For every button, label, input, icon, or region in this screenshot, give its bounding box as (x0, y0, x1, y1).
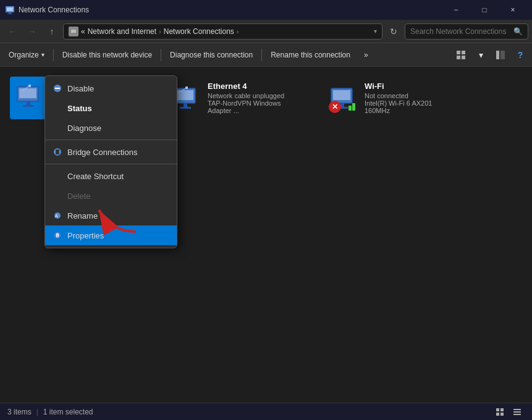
ethernet4-status: Network cable unplugged (208, 92, 285, 99)
ctx-status[interactable]: Status (45, 98, 177, 118)
help-button[interactable]: ? (511, 46, 530, 64)
svg-rect-10 (496, 51, 499, 59)
address-path[interactable]: « Network and Internet › Network Connect… (63, 23, 382, 40)
arrow-indicator (93, 198, 142, 237)
svg-rect-47 (513, 411, 521, 413)
ctx-disable[interactable]: Disable (45, 78, 177, 98)
ethernet4-info: Ethernet 4 Network cable unplugged TAP-N… (208, 82, 285, 114)
svg-point-33 (54, 151, 56, 153)
svg-rect-43 (500, 408, 504, 411)
status-view-list[interactable] (510, 405, 525, 419)
svg-rect-19 (176, 90, 193, 100)
wifi-adapter: Intel(R) Wi-Fi 6 AX201 160MHz (365, 99, 442, 114)
view-toggle-button[interactable] (452, 46, 470, 64)
rename-label: Rename this connection (271, 51, 350, 59)
wifi-name: Wi-Fi (365, 82, 442, 91)
svg-rect-15 (23, 105, 34, 107)
path-breadcrumb-1: « (81, 27, 85, 36)
ctx-disable-label: Disable (67, 84, 94, 93)
network-item-wifi[interactable]: ✕ Wi-Fi Not connected Intel(R) Wi-Fi 6 A… (324, 77, 447, 119)
ctx-sep-1 (45, 140, 177, 140)
shortcut-icon (53, 171, 62, 181)
address-bar: ← → ↑ « Network and Internet › Network C… (0, 20, 532, 43)
wifi-status: Not connected (365, 92, 442, 99)
path-network-internet[interactable]: Network and Internet (88, 27, 156, 36)
forward-button[interactable]: → (23, 23, 41, 40)
svg-rect-25 (333, 90, 350, 100)
svg-rect-1 (7, 7, 13, 11)
title-bar: Network Connections − □ × (0, 0, 532, 20)
diagnose-label: Diagnose this connection (170, 51, 253, 59)
maximize-button[interactable]: □ (470, 0, 499, 20)
view-chevron-button[interactable]: ▾ (471, 46, 490, 64)
selected-count: 1 item selected (43, 408, 93, 416)
toolbar-sep-1 (53, 49, 54, 61)
bridge-icon (53, 147, 62, 157)
svg-rect-2 (9, 12, 11, 14)
status-view-grid[interactable] (492, 405, 507, 419)
properties-icon (53, 230, 62, 240)
toolbar-sep-2 (161, 49, 161, 61)
diagnose-icon (53, 123, 62, 133)
svg-point-34 (59, 151, 61, 153)
rename-icon: A (53, 211, 62, 220)
status-icon (53, 103, 62, 113)
svg-rect-44 (496, 413, 499, 416)
search-input[interactable] (410, 27, 513, 36)
ctx-status-label: Status (67, 104, 92, 113)
ctx-bridge[interactable]: Bridge Connections (45, 142, 177, 162)
svg-rect-3 (7, 14, 12, 14)
close-button[interactable]: × (499, 0, 527, 20)
toolbar-right: ▾ ? (452, 46, 530, 64)
pane-button[interactable] (491, 46, 510, 64)
item-count: 3 items (7, 408, 32, 416)
refresh-button[interactable]: ↻ (385, 23, 402, 40)
svg-rect-7 (462, 51, 465, 54)
svg-rect-45 (500, 413, 504, 416)
ctx-bridge-label: Bridge Connections (67, 148, 137, 157)
svg-text:A: A (55, 214, 58, 218)
path-dropdown-icon[interactable]: ▾ (374, 28, 377, 35)
ethernet4-name: Ethernet 4 (208, 82, 285, 91)
path-network-connections[interactable]: Network Connections (164, 27, 234, 36)
back-button[interactable]: ← (4, 23, 21, 40)
organize-label: Organize (9, 51, 39, 59)
svg-rect-11 (500, 51, 505, 59)
disable-device-button[interactable]: Disable this network device (56, 46, 158, 64)
svg-rect-14 (27, 101, 30, 105)
network-item-ethernet4[interactable]: Ethernet 4 Network cable unplugged TAP-N… (167, 77, 290, 119)
toolbar: Organize ▾ Disable this network device D… (0, 43, 532, 67)
svg-rect-5 (71, 30, 76, 33)
svg-rect-46 (513, 409, 521, 410)
disable-label: Disable this network device (62, 51, 152, 59)
app-icon (5, 5, 15, 15)
svg-rect-39 (57, 235, 58, 235)
ctx-shortcut[interactable]: Create Shortcut (45, 166, 177, 186)
window-controls: − □ × (442, 0, 527, 20)
rename-button[interactable]: Rename this connection (264, 46, 357, 64)
minimize-button[interactable]: − (442, 0, 470, 20)
window-title: Network Connections (19, 6, 442, 14)
svg-rect-13 (19, 88, 36, 98)
search-box: 🔍 (405, 23, 528, 40)
svg-rect-28 (348, 106, 352, 111)
svg-rect-9 (462, 56, 465, 59)
ctx-shortcut-label: Create Shortcut (67, 172, 124, 181)
organize-chevron-icon: ▾ (41, 51, 44, 58)
ctx-delete-label: Delete (67, 191, 91, 201)
status-divider: | (36, 408, 38, 416)
wifi-error-icon: ✕ (329, 101, 341, 113)
diagnose-button[interactable]: Diagnose this connection (164, 46, 259, 64)
organize-button[interactable]: Organize ▾ (2, 46, 51, 64)
search-icon: 🔍 (513, 27, 523, 36)
svg-rect-22 (185, 86, 188, 89)
ctx-diagnose[interactable]: Diagnose (45, 118, 177, 138)
delete-icon (53, 191, 62, 201)
up-button[interactable]: ↑ (43, 23, 61, 40)
svg-rect-29 (352, 103, 355, 111)
ethernet3-icon (15, 82, 44, 111)
more-button[interactable]: » (358, 46, 374, 64)
svg-rect-21 (180, 107, 191, 109)
svg-rect-8 (457, 56, 460, 59)
svg-rect-48 (513, 414, 521, 415)
